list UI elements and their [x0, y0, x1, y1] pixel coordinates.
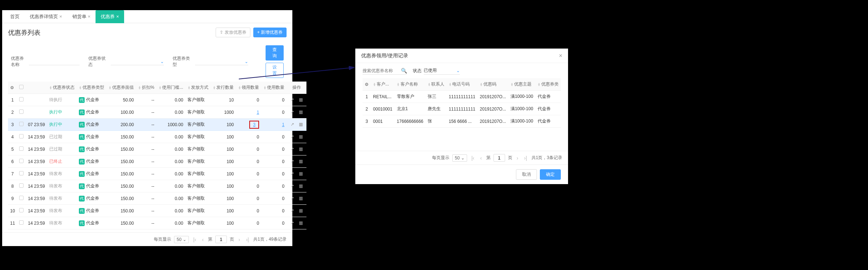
modal-next-page-button[interactable]: › — [515, 155, 520, 161]
tab-item[interactable]: 优惠券详情页 — [25, 10, 67, 23]
add-coupon-button[interactable]: + 新增优惠券 — [253, 28, 287, 37]
share-icon[interactable]: ↗ — [289, 122, 295, 128]
share-icon[interactable]: ↗ — [289, 97, 295, 103]
share-icon[interactable]: ↗ — [289, 146, 295, 152]
share-icon[interactable]: ↗ — [289, 159, 295, 165]
qr-icon[interactable]: ▦ — [298, 97, 304, 103]
modal-search-box[interactable]: 🔍 — [363, 67, 407, 75]
mcol-cust-name[interactable]: ▲▼客户名称 — [395, 78, 426, 91]
modal-last-page-button[interactable]: ›| — [522, 155, 528, 161]
row-check[interactable] — [17, 180, 26, 192]
table-row[interactable]: 1014 23:59待发布代代金券150.00--0.00客户领取10000↗ … — [8, 205, 306, 217]
page-input[interactable] — [215, 236, 227, 243]
use-qty-link[interactable]: 1 — [282, 122, 284, 127]
row-type: 代代金券 — [77, 155, 106, 168]
row-check[interactable] — [17, 94, 26, 106]
prev-page-button[interactable]: ‹ — [200, 237, 205, 242]
filter-name-input[interactable] — [29, 58, 80, 65]
per-page-select[interactable]: 50 ⌄ — [174, 236, 189, 243]
qr-icon[interactable]: ▦ — [298, 220, 304, 226]
table-row[interactable]: 1待执行代代金券50.00--0.00客户领取1000↗ ▦ — [8, 94, 306, 106]
share-icon[interactable]: ↗ — [289, 183, 295, 189]
qr-icon[interactable]: ▦ — [298, 183, 304, 189]
tab-item[interactable]: 销货单 — [67, 10, 96, 23]
share-icon[interactable]: ↗ — [289, 220, 295, 226]
qr-icon[interactable]: ▦ — [298, 196, 304, 202]
modal-table-row[interactable]: 200010001北京1唐先生1111111111120191207O...满1… — [363, 103, 561, 115]
mcol-code[interactable]: ▲▼优惠码 — [478, 78, 508, 91]
qr-icon[interactable]: ▦ — [298, 109, 304, 115]
share-icon[interactable]: ↗ — [289, 196, 295, 202]
col-type[interactable]: ▲▼优惠券类型 — [77, 82, 106, 94]
search-button[interactable]: 查询 — [266, 45, 284, 61]
settings-button[interactable]: 设置 — [266, 63, 284, 78]
filter-type-select[interactable]: ⌄ — [195, 58, 249, 65]
mcol-type[interactable]: ▲▼优惠券类 — [535, 78, 561, 91]
col-claim-qty[interactable]: ▲▼领用数量 — [236, 82, 261, 94]
table-row[interactable]: 1114 23:59待发布代代金券150.00--0.00客户领取10000↗ … — [8, 217, 306, 229]
mcol-cust-num[interactable]: ▲▼客户... — [371, 78, 395, 91]
qr-icon[interactable]: ▦ — [298, 146, 304, 152]
col-discount[interactable]: ▲▼折扣% — [136, 82, 157, 94]
search-icon[interactable]: 🔍 — [401, 68, 407, 74]
first-page-button[interactable]: |‹ — [192, 237, 198, 242]
row-check[interactable] — [17, 143, 26, 155]
claim-qty-link[interactable]: 1 — [257, 110, 259, 115]
issue-coupon-button[interactable]: ⇪ 发放优惠券 — [216, 28, 250, 37]
close-icon[interactable]: × — [559, 53, 562, 59]
modal-table-row[interactable]: 3000117666666666张156 6666 ...20191207O..… — [363, 115, 561, 128]
qr-icon[interactable]: ▦ — [298, 171, 304, 177]
modal-page-input[interactable] — [494, 154, 505, 162]
row-check[interactable] — [17, 168, 26, 180]
cancel-button[interactable]: 取消 — [516, 169, 537, 180]
table-row[interactable]: 814 23:59待发布代代金券150.00--0.00客户领取10000↗ ▦ — [8, 180, 306, 192]
col-issue-mode[interactable]: ▲▼发放方式 — [185, 82, 211, 94]
share-icon[interactable]: ↗ — [289, 208, 295, 214]
claim-qty-link[interactable]: 3 — [249, 121, 259, 129]
row-check[interactable] — [17, 119, 26, 131]
row-check[interactable] — [17, 131, 26, 143]
row-check[interactable] — [17, 205, 26, 217]
row-check[interactable] — [17, 155, 26, 168]
row-check[interactable] — [17, 192, 26, 205]
qr-icon[interactable]: ▦ — [298, 159, 304, 165]
col-use-qty[interactable]: ▲▼使用数量 — [261, 82, 287, 94]
modal-search-input[interactable] — [363, 68, 399, 73]
modal-first-page-button[interactable]: |‹ — [470, 155, 476, 161]
row-check[interactable] — [17, 106, 26, 119]
col-face[interactable]: ▲▼优惠券面值 — [106, 82, 136, 94]
col-issue-qty[interactable]: ▲▼发行数量 — [211, 82, 236, 94]
table-row[interactable]: 414 23:59已过期代代金券150.00--0.00客户领取10000↗ ▦ — [8, 131, 306, 143]
qr-icon[interactable]: ▦ — [298, 122, 304, 128]
last-page-button[interactable]: ›| — [245, 237, 250, 242]
tab-item[interactable]: 首页 — [5, 10, 25, 23]
col-threshold[interactable]: ▲▼使用门槛... — [156, 82, 185, 94]
table-row[interactable]: 307 23:59执行中代代金券200.00--1000.00客户领取10031… — [8, 119, 306, 131]
share-icon[interactable]: ↗ — [289, 109, 295, 115]
confirm-button[interactable]: 确定 — [540, 169, 561, 180]
modal-state-select[interactable]: 已使用⌄ — [424, 67, 460, 75]
tab-item[interactable]: 优惠券 — [96, 10, 124, 23]
mcol-contact[interactable]: ▲▼联系人 — [425, 78, 446, 91]
modal-per-page-select[interactable]: 50 ⌄ — [452, 154, 467, 162]
qr-icon[interactable]: ▦ — [298, 134, 304, 140]
modal-table-row[interactable]: 1RETAIL...零散客户张三1111111111120191207O...满… — [363, 91, 561, 103]
mcol-topic[interactable]: ▲▼优惠主题 — [508, 78, 535, 91]
table-row[interactable]: 2执行中代代金券100.00--0.00客户领取100010↗ ▦ — [8, 106, 306, 119]
row-check[interactable] — [17, 217, 26, 229]
mcol-phone[interactable]: ▲▼电话号码 — [446, 78, 478, 91]
qr-icon[interactable]: ▦ — [298, 208, 304, 214]
table-row[interactable]: 714 23:59待发布代代金券150.00--0.00客户领取10000↗ ▦ — [8, 168, 306, 180]
col-gear[interactable]: ⚙ — [8, 82, 17, 94]
mcol-gear[interactable]: ⚙ — [363, 78, 371, 91]
col-check[interactable] — [17, 82, 26, 94]
table-row[interactable]: 914 23:59待发布代代金券150.00--0.00客户领取10000↗ ▦ — [8, 192, 306, 205]
next-page-button[interactable]: › — [237, 237, 242, 242]
modal-prev-page-button[interactable]: ‹ — [479, 155, 483, 161]
share-icon[interactable]: ↗ — [289, 134, 295, 140]
col-status[interactable]: ▲▼优惠券状态 — [47, 82, 77, 94]
table-row[interactable]: 614 23:59已终止代代金券150.00--0.00客户领取10000↗ ▦ — [8, 155, 306, 168]
share-icon[interactable]: ↗ — [289, 171, 295, 177]
filter-status-select[interactable]: ⌄ — [111, 58, 164, 65]
table-row[interactable]: 514 23:59已过期代代金券150.00--0.00客户领取10000↗ ▦ — [8, 143, 306, 155]
